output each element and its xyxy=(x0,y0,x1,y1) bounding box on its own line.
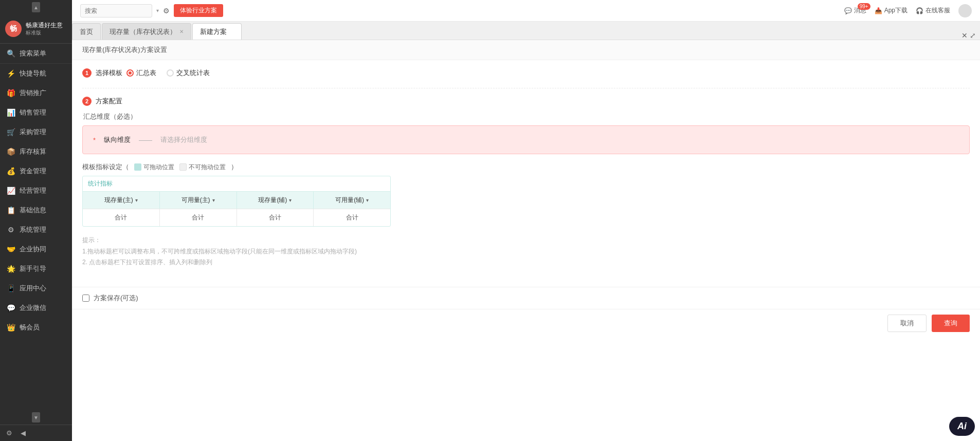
sidebar-item-quick-nav[interactable]: ⚡ 快捷导航 xyxy=(0,64,72,83)
sidebar-item-enterprise-wechat[interactable]: 💬 企业微信 xyxy=(0,298,72,318)
app-logo: 畅 畅康通好生意 标准版 xyxy=(0,14,72,44)
sidebar-bottom: ⚙ ◀ xyxy=(0,425,72,441)
col1-chevron: ▾ xyxy=(212,197,215,203)
sidebar-toggle-icon[interactable]: ◀ xyxy=(21,429,26,437)
sidebar-item-search[interactable]: 🔍 搜索菜单 xyxy=(0,44,72,64)
tip-item-0: 1.拖动标题栏可以调整布局，不可跨维度或指标区域拖动字段(只能在同一维度或指标区… xyxy=(82,246,970,258)
tips-section: 提示： 1.拖动标题栏可以调整布局，不可跨维度或指标区域拖动字段(只能在同一维度… xyxy=(82,235,970,268)
gift-icon: 🎁 xyxy=(6,88,15,98)
query-button[interactable]: 查询 xyxy=(932,315,970,332)
required-star: * xyxy=(93,136,96,144)
cancel-button[interactable]: 取消 xyxy=(887,315,927,332)
sidebar-item-sales[interactable]: 📊 销售管理 xyxy=(0,103,72,122)
sidebar: ▲ 畅 畅康通好生意 标准版 🔍 搜索菜单 ⚡ 快捷导航 🎁 营销推广 📊 销售… xyxy=(0,0,72,441)
panel-title: 现存量(库存状况表)方案设置 xyxy=(82,46,167,53)
handshake-icon: 🤝 xyxy=(6,245,15,254)
sidebar-scroll-down[interactable]: ▼ xyxy=(32,412,40,422)
service-icon: 🎧 xyxy=(916,7,923,14)
stats-table: 统计指标 现存量(主) ▾ 可用量(主) ▾ 现存量(辅) xyxy=(82,176,391,227)
header-left: ▾ ⚙ 体验行业方案 xyxy=(80,4,223,17)
indicator-section: 模板指标设定（ 可拖动位置 不可拖动位置 ） 统计指标 xyxy=(82,162,970,227)
dimension-placeholder[interactable]: 请选择分组维度 xyxy=(160,135,207,144)
window-close-icon[interactable]: ✕ xyxy=(961,31,968,40)
sidebar-item-purchase[interactable]: 🛒 采购管理 xyxy=(0,122,72,142)
tab-inventory-close[interactable]: ✕ xyxy=(179,29,184,34)
step2-section: 2 方案配置 汇总维度（必选） * 纵向维度 —— 请选择分组维度 模板指标设定… xyxy=(82,97,970,268)
main-area: ▾ ⚙ 体验行业方案 💬 消息 99+ 📥 App下载 🎧 在线客服 首页 xyxy=(72,0,980,441)
list-icon: 📋 xyxy=(6,206,15,215)
stats-col-2-header[interactable]: 现存量(辅) ▾ xyxy=(237,192,314,209)
save-option-label[interactable]: 方案保存(可选) xyxy=(94,293,138,303)
download-icon: 📥 xyxy=(875,7,882,14)
tab-new-label: 新建方案 xyxy=(200,27,227,36)
step1-number: 1 xyxy=(82,68,92,78)
mobile-icon: 📱 xyxy=(6,284,15,293)
tabs-bar: 首页 现存量（库存状况表） ✕ 新建方案 ✕ ✕ ⤢ xyxy=(72,22,980,40)
sidebar-item-basic-info[interactable]: 📋 基础信息 xyxy=(0,200,72,220)
content-area: 现存量(库存状况表)方案设置 1 选择模板 汇总表 交叉统计表 xyxy=(72,40,980,441)
ops-icon: 📈 xyxy=(6,186,15,195)
sidebar-item-app-center[interactable]: 📱 应用中心 xyxy=(0,279,72,298)
top-header: ▾ ⚙ 体验行业方案 💬 消息 99+ 📥 App下载 🎧 在线客服 xyxy=(72,0,980,22)
sidebar-item-marketing[interactable]: 🎁 营销推广 xyxy=(0,83,72,103)
save-option-checkbox[interactable] xyxy=(82,295,89,302)
sidebar-item-inventory[interactable]: 📦 库存核算 xyxy=(0,142,72,161)
save-option-row: 方案保存(可选) xyxy=(72,287,980,309)
cart-icon: 🛒 xyxy=(6,127,15,137)
tab-inventory[interactable]: 现存量（库存状况表） ✕ xyxy=(102,23,191,40)
step2-title: 2 方案配置 xyxy=(82,97,970,106)
col0-chevron: ▾ xyxy=(135,197,138,203)
search-icon: 🔍 xyxy=(6,49,15,58)
stats-col-1-header[interactable]: 可用量(主) ▾ xyxy=(160,192,237,209)
sidebar-item-system[interactable]: ⚙ 系统管理 xyxy=(0,220,72,240)
sidebar-item-vip[interactable]: 👑 畅会员 xyxy=(0,318,72,337)
sidebar-item-new-guide[interactable]: 🌟 新手引导 xyxy=(0,259,72,279)
step1-label: 选择模板 xyxy=(96,68,122,78)
sidebar-item-operations[interactable]: 📈 经营管理 xyxy=(0,181,72,200)
radio-cross[interactable]: 交叉统计表 xyxy=(167,68,210,78)
stats-header-row: 现存量(主) ▾ 可用量(主) ▾ 现存量(辅) ▾ xyxy=(83,192,390,209)
window-maximize-icon[interactable]: ⤢ xyxy=(970,31,976,40)
tab-inventory-label: 现存量（库存状况表） xyxy=(110,27,176,36)
stats-cell-2: 合计 xyxy=(237,209,314,226)
user-avatar[interactable] xyxy=(958,4,972,17)
stats-table-title: 统计指标 xyxy=(83,176,390,192)
tab-new[interactable]: 新建方案 ✕ xyxy=(192,23,242,40)
stats-data-row: 合计 合计 合计 合计 xyxy=(83,209,390,226)
header-right: 💬 消息 99+ 📥 App下载 🎧 在线客服 xyxy=(844,4,972,17)
sidebar-scroll-up[interactable]: ▲ xyxy=(32,2,40,12)
ai-watermark: Ai xyxy=(949,417,975,436)
trial-industry-button[interactable]: 体验行业方案 xyxy=(174,4,223,17)
wechat-icon: 💬 xyxy=(6,303,15,313)
tip-item-1: 2. 点击标题栏下拉可设置排序、插入列和删除列 xyxy=(82,257,970,268)
dimension-row: * 纵向维度 —— 请选择分组维度 xyxy=(82,125,970,154)
panel-header: 现存量(库存状况表)方案设置 xyxy=(72,40,980,60)
header-gear-icon[interactable]: ⚙ xyxy=(163,7,170,15)
sidebar-item-cooperation[interactable]: 🤝 企业协同 xyxy=(0,240,72,259)
header-search-dropdown[interactable]: ▾ xyxy=(156,8,159,13)
template-radio-group: 汇总表 交叉统计表 xyxy=(126,68,210,78)
stats-col-0-header[interactable]: 现存量(主) ▾ xyxy=(83,192,160,209)
star-icon: 🌟 xyxy=(6,264,15,273)
message-button[interactable]: 💬 消息 99+ xyxy=(844,6,866,15)
step2-number: 2 xyxy=(82,97,92,106)
tab-home[interactable]: 首页 xyxy=(72,23,101,40)
col2-chevron: ▾ xyxy=(289,197,292,203)
radio-cross-dot xyxy=(167,69,174,77)
radio-summary[interactable]: 汇总表 xyxy=(126,68,156,78)
sidebar-gear-icon[interactable]: ⚙ xyxy=(6,429,12,437)
stats-cell-0: 合计 xyxy=(83,209,160,226)
drag-legend-box xyxy=(134,163,141,171)
header-search-input[interactable] xyxy=(80,4,152,17)
dimension-dash: —— xyxy=(139,136,152,144)
stats-cell-1: 合计 xyxy=(160,209,237,226)
logo-icon: 畅 xyxy=(5,21,22,37)
online-service-button[interactable]: 🎧 在线客服 xyxy=(916,6,950,15)
step1-title: 1 选择模板 汇总表 交叉统计表 xyxy=(82,68,970,78)
money-icon: 💰 xyxy=(6,167,15,176)
sidebar-item-finance[interactable]: 💰 资金管理 xyxy=(0,161,72,181)
legend-nodrag: 不可拖动位置 xyxy=(179,163,226,172)
app-download-button[interactable]: 📥 App下载 xyxy=(875,6,908,15)
stats-col-3-header[interactable]: 可用量(辅) ▾ xyxy=(314,192,390,209)
tab-new-close[interactable]: ✕ xyxy=(230,29,234,34)
